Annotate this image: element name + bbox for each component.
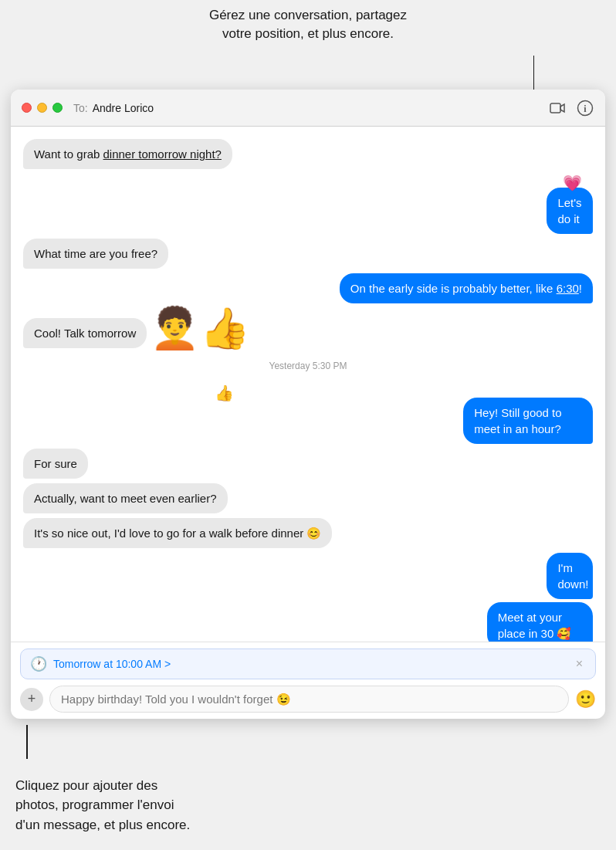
message-row: It's so nice out, I'd love to go for a w… [23, 518, 593, 548]
to-label: To: [73, 102, 88, 114]
message-input[interactable] [49, 686, 569, 713]
outgoing-stacked: I'm down! Meet at your place in 30 🥰 [23, 553, 593, 642]
annotation-line-top [533, 56, 535, 90]
message-bubble: Cool! Talk tomorrow [23, 318, 147, 348]
message-row: For sure [23, 449, 593, 479]
svg-rect-0 [550, 103, 560, 113]
titlebar: To: Andre Lorico i [11, 90, 605, 127]
message-bubble: What time are you free? [23, 239, 168, 269]
messages-area[interactable]: Want to grab dinner tomorrow night? 💗 Le… [11, 127, 605, 642]
message-bubble: For sure [23, 449, 88, 479]
input-row: + 🙂 [20, 686, 596, 713]
reminder-text[interactable]: Tomorrow at 10:00 AM > [53, 658, 573, 670]
message-bubble: On the early side is probably better, li… [340, 273, 593, 303]
message-row: Hey! Still good to meet in an hour? [394, 398, 593, 444]
reminder-icon: 🕐 [30, 655, 47, 672]
close-button[interactable] [22, 103, 32, 113]
titlebar-icons: i [548, 99, 594, 117]
contact-name: Andre Lorico [93, 102, 154, 114]
message-bubble: Hey! Still good to meet in an hour? [463, 398, 593, 444]
info-button[interactable]: i [576, 99, 594, 117]
message-group-outgoing: 💗 Let's do it [23, 174, 593, 234]
annotation-bottom: Cliquez pour ajouter des photos, program… [15, 776, 190, 835]
message-row: On the early side is probably better, li… [23, 273, 593, 303]
reaction-heart-row: 💗 [563, 174, 593, 192]
reminder-bar: 🕐 Tomorrow at 10:00 AM > × [20, 649, 596, 679]
minimize-button[interactable] [37, 103, 47, 113]
message-row: Actually, want to meet even earlier? [23, 483, 593, 513]
timestamp-label: Yesterday 5:30 PM [269, 361, 347, 371]
message-bubble: It's so nice out, I'd love to go for a w… [23, 518, 332, 548]
input-area: 🕐 Tomorrow at 10:00 AM > × + 🙂 [11, 642, 605, 719]
message-group-outgoing2: 👍 Hey! Still good to meet in an hour? [23, 384, 593, 444]
message-bubble: I'm down! [547, 553, 593, 599]
video-call-button[interactable] [548, 99, 567, 117]
message-row: I'm down! [522, 553, 593, 599]
annotation-line-bottom [26, 725, 28, 759]
svg-text:i: i [584, 103, 587, 113]
message-row: What time are you free? [23, 239, 593, 269]
emoji-button[interactable]: 🙂 [575, 689, 596, 709]
timestamp-row: Yesterday 5:30 PM [23, 361, 593, 371]
memoji-sticker: 🧑‍🦱👍 [150, 308, 250, 348]
message-row: Let's do it [522, 188, 593, 234]
traffic-lights [22, 103, 63, 113]
thumbs-reaction: 👍 [215, 384, 234, 402]
message-bubble: Actually, want to meet even earlier? [23, 483, 228, 513]
maximize-button[interactable] [52, 103, 63, 113]
message-row: Want to grab dinner tomorrow night? [23, 139, 593, 169]
messages-window: To: Andre Lorico i Want to grab dinner t… [11, 90, 605, 719]
message-bubble: Meet at your place in 30 🥰 [487, 602, 593, 642]
time-link[interactable]: 6:30 [557, 282, 579, 295]
add-button[interactable]: + [20, 688, 43, 711]
message-bubble: Want to grab dinner tomorrow night? [23, 139, 232, 169]
reminder-close-button[interactable]: × [573, 655, 586, 672]
annotation-top: Gérez une conversation, partagez votre p… [0, 6, 616, 43]
heart-reaction: 💗 [563, 174, 582, 192]
message-bubble: Let's do it [547, 188, 593, 234]
message-row: Meet at your place in 30 🥰 [430, 602, 593, 642]
link-text[interactable]: dinner tomorrow night? [103, 147, 222, 161]
message-row-memoji: Cool! Talk tomorrow 🧑‍🦱👍 [23, 308, 593, 348]
